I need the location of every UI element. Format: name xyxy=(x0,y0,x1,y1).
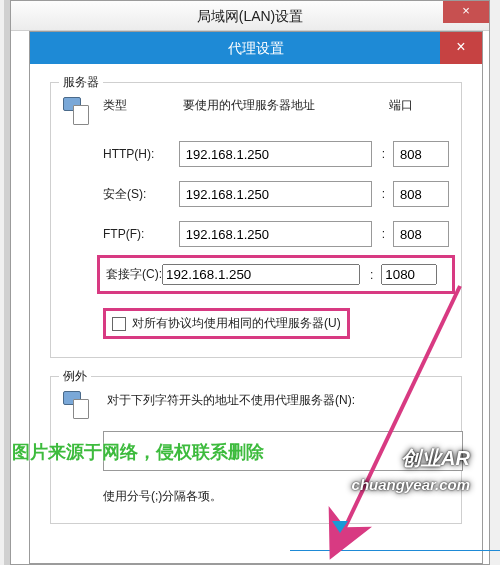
socks-row-highlighted: 套接字(C): : xyxy=(97,255,455,294)
same-proxy-checkbox-row[interactable]: 对所有协议均使用相同的代理服务器(U) xyxy=(103,308,350,339)
proxy-settings-window: 代理设置 × 服务器 类型 要使用的代理服务器地址 端口 xyxy=(29,31,483,564)
colon: : xyxy=(382,187,385,201)
inner-window-title: 代理设置 xyxy=(228,40,284,56)
inner-close-button[interactable]: × xyxy=(440,32,482,64)
outer-window-titlebar: 局域网(LAN)设置 × xyxy=(11,1,489,31)
secure-address-input[interactable] xyxy=(179,181,372,207)
lan-settings-window: 局域网(LAN)设置 × 代理设置 × 服务器 类型 要使用的代理服务器地址 端… xyxy=(10,0,490,565)
outer-window-title: 局域网(LAN)设置 xyxy=(197,8,304,24)
colon: : xyxy=(382,147,385,161)
http-address-input[interactable] xyxy=(179,141,372,167)
column-port-label: 端口 xyxy=(389,97,449,114)
colon: : xyxy=(382,227,385,241)
secure-port-input[interactable] xyxy=(393,181,449,207)
secure-label: 安全(S): xyxy=(103,186,179,203)
column-type-label: 类型 xyxy=(103,97,163,114)
http-port-input[interactable] xyxy=(393,141,449,167)
network-icon xyxy=(63,97,103,127)
network-icon xyxy=(63,391,103,421)
servers-group-title: 服务器 xyxy=(59,74,103,91)
exceptions-header: 对于下列字符开头的地址不使用代理服务器(N): xyxy=(63,391,449,421)
http-label: HTTP(H): xyxy=(103,147,179,161)
socks-label: 套接字(C): xyxy=(106,266,162,283)
blue-triangle-icon xyxy=(332,521,348,533)
column-address-label: 要使用的代理服务器地址 xyxy=(183,97,369,114)
exceptions-textarea[interactable] xyxy=(103,431,463,471)
socks-address-input[interactable] xyxy=(162,264,360,285)
exceptions-group: 例外 对于下列字符开头的地址不使用代理服务器(N): 使用分号(;)分隔各项。 xyxy=(50,376,462,524)
http-row: HTTP(H): : xyxy=(103,141,449,167)
ftp-row: FTP(F): : xyxy=(103,221,449,247)
exceptions-desc: 对于下列字符开头的地址不使用代理服务器(N): xyxy=(107,391,355,410)
same-proxy-label: 对所有协议均使用相同的代理服务器(U) xyxy=(132,315,341,332)
dialog-content: 服务器 类型 要使用的代理服务器地址 端口 HTTP(H): xyxy=(30,64,482,524)
socks-port-input[interactable] xyxy=(381,264,437,285)
ftp-label: FTP(F): xyxy=(103,227,179,241)
servers-header-row: 类型 要使用的代理服务器地址 端口 xyxy=(63,97,449,127)
same-proxy-checkbox[interactable] xyxy=(112,317,126,331)
ftp-address-input[interactable] xyxy=(179,221,372,247)
outer-close-button[interactable]: × xyxy=(443,1,489,23)
ftp-port-input[interactable] xyxy=(393,221,449,247)
exceptions-group-title: 例外 xyxy=(59,368,91,385)
server-rows: HTTP(H): : 安全(S): : FTP(F): : xyxy=(103,141,449,294)
colon: : xyxy=(370,268,373,282)
exceptions-hint: 使用分号(;)分隔各项。 xyxy=(103,488,449,505)
bottom-button-edge xyxy=(290,550,500,551)
servers-group: 服务器 类型 要使用的代理服务器地址 端口 HTTP(H): xyxy=(50,82,462,358)
secure-row: 安全(S): : xyxy=(103,181,449,207)
inner-window-titlebar: 代理设置 × xyxy=(30,32,482,64)
